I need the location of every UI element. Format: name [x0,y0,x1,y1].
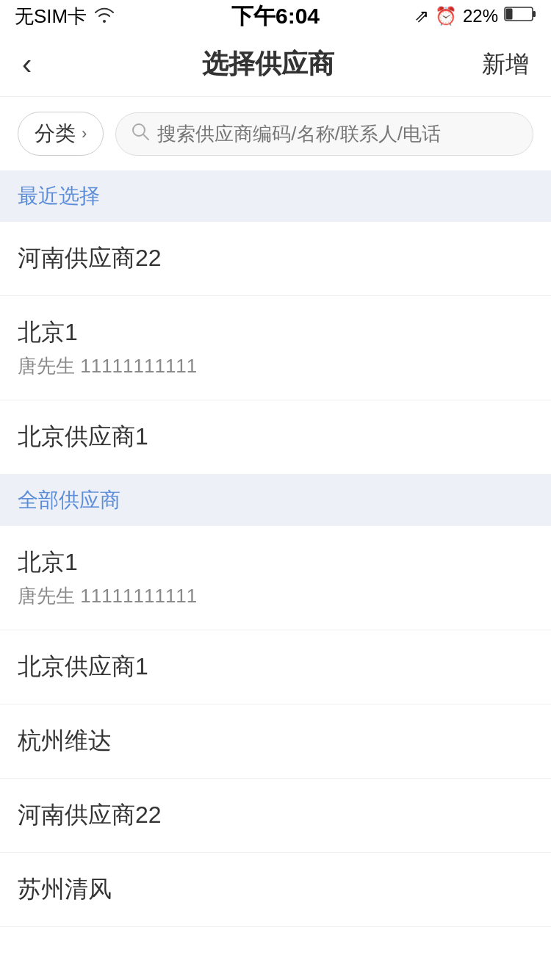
search-box [115,112,533,156]
page-title: 选择供应商 [66,46,470,82]
item-name: 杭州维达 [18,725,533,757]
item-sub: 唐先生 11111111111 [18,583,533,609]
recent-list: 河南供应商22北京1唐先生 11111111111北京供应商1 [0,222,551,475]
battery-percent: 22% [463,6,498,26]
list-item[interactable]: 北京1唐先生 11111111111 [0,526,551,630]
search-icon [131,122,150,146]
item-sub: 唐先生 11111111111 [18,353,533,379]
search-input[interactable] [157,123,518,145]
alarm-icon: ⏰ [435,6,457,26]
list-item[interactable]: 杭州维达 [0,705,551,779]
battery-icon [504,6,536,26]
item-name: 北京供应商1 [18,421,533,453]
status-right-icons: ⇗ ⏰ 22% [414,6,536,26]
svg-line-4 [143,134,148,140]
all-section-label: 全部供应商 [18,489,120,511]
category-label: 分类 [35,120,76,148]
item-name: 北京1 [18,547,533,579]
location-icon: ⇗ [414,6,429,26]
chevron-right-icon: › [82,124,87,143]
item-name: 河南供应商22 [18,799,533,832]
list-item[interactable]: 苏州清风 [0,853,551,927]
wifi-icon [94,5,115,28]
item-name: 北京供应商1 [18,651,533,683]
status-bar: 无SIM卡 下午6:04 ⇗ ⏰ 22% [0,0,551,32]
nav-bar: ‹ 选择供应商 新增 [0,32,551,97]
category-button[interactable]: 分类 › [18,112,104,156]
list-item[interactable]: 北京供应商1 [0,400,551,475]
all-section-header: 全部供应商 [0,475,551,526]
svg-rect-1 [533,11,536,17]
recent-section-header: 最近选择 [0,170,551,222]
item-name: 河南供应商22 [18,242,533,275]
carrier-text: 无SIM卡 [15,4,87,29]
status-time: 下午6:04 [231,1,320,32]
list-item[interactable]: 河南供应商22 [0,222,551,296]
all-list: 北京1唐先生 11111111111北京供应商1杭州维达河南供应商22苏州清风 [0,526,551,927]
item-name: 北京1 [18,317,533,349]
list-item[interactable]: 北京1唐先生 11111111111 [0,296,551,400]
add-button[interactable]: 新增 [470,48,529,81]
item-name: 苏州清风 [18,873,533,906]
recent-section-label: 最近选择 [18,184,100,207]
status-carrier: 无SIM卡 [15,4,115,29]
svg-rect-2 [506,9,513,20]
back-button[interactable]: ‹ [22,48,66,81]
list-item[interactable]: 河南供应商22 [0,779,551,853]
filter-bar: 分类 › [0,97,551,170]
list-item[interactable]: 北京供应商1 [0,630,551,705]
